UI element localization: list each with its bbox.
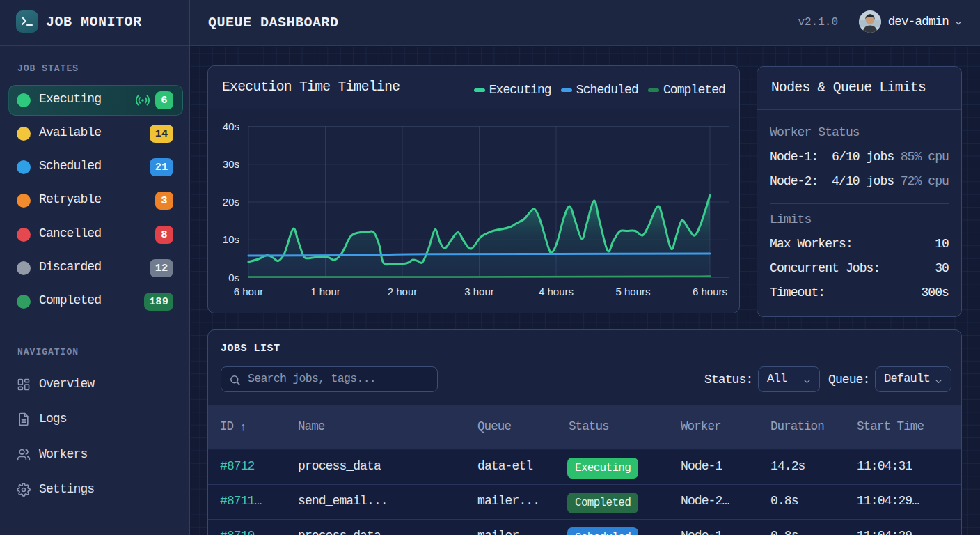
svg-text:5 hours: 5 hours	[615, 286, 650, 297]
svg-text:20s: 20s	[223, 196, 239, 208]
svg-text:6 hours: 6 hours	[693, 286, 727, 297]
svg-text:6 hour: 6 hour	[234, 286, 264, 297]
svg-text:4 hours: 4 hours	[539, 286, 574, 297]
svg-text:1 hour: 1 hour	[310, 286, 340, 297]
svg-text:10s: 10s	[223, 233, 239, 245]
svg-text:3 hour: 3 hour	[464, 286, 494, 297]
svg-text:40s: 40s	[223, 121, 239, 132]
svg-text:30s: 30s	[223, 158, 239, 170]
svg-text:2 hour: 2 hour	[388, 286, 418, 297]
svg-text:0s: 0s	[228, 272, 239, 284]
